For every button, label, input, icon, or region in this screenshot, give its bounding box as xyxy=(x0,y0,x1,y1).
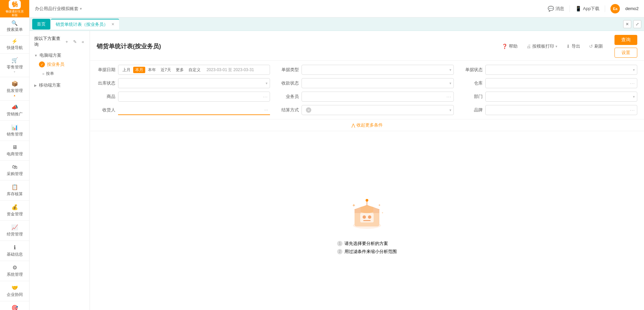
export-button[interactable]: ⬇ 导出 xyxy=(564,42,583,51)
brand-control[interactable]: ··· xyxy=(485,105,637,115)
date-tab-this-month[interactable]: 本月 xyxy=(133,67,145,73)
topbar-divider2 xyxy=(605,5,605,12)
tab-home[interactable]: 首页 xyxy=(32,19,50,30)
pc-group-header[interactable]: ▼ 电脑端方案 xyxy=(30,51,90,60)
user-name[interactable]: demo2 xyxy=(625,6,639,11)
hint2-text: 用过滤条件来缩小分析范围 xyxy=(344,249,397,255)
finance-icon: 💰 xyxy=(11,204,18,210)
collapse-panel-button[interactable]: « xyxy=(79,38,86,45)
refresh-label: 刷新 xyxy=(594,43,603,49)
filter-doc-type: 单据类型 ▾ xyxy=(280,65,453,75)
date-tabs: 上月 本月 本年 近7天 更多 自定义 xyxy=(120,66,203,73)
print-button[interactable]: 🖨 按模板打印 ▾ xyxy=(524,42,560,51)
empty-state: ✦ ✦ ✦ 1 请先选择要分析的方案 2 用过滤条件来缩小分析范围 xyxy=(90,131,644,310)
sidebar-item-basic-info[interactable]: ℹ 基础信息 xyxy=(0,241,29,261)
settlement-control[interactable]: ✕ ▾ xyxy=(302,105,453,115)
svg-text:✦: ✦ xyxy=(352,203,356,208)
sidebar-item-system[interactable]: ⚙ 系统管理 xyxy=(0,261,29,281)
mobile-group-header[interactable]: ▶ 移动端方案 xyxy=(30,81,90,90)
tab-close-all-button[interactable]: ✕ xyxy=(623,20,631,28)
warehouse-dots-icon: ··· xyxy=(630,81,635,86)
staff-control[interactable]: ··· xyxy=(302,92,453,102)
date-tab-this-year[interactable]: 本年 xyxy=(146,66,158,73)
collapse-button[interactable]: ⋀ 收起更多条件 xyxy=(347,121,387,129)
collect-status-label: 收款状态 xyxy=(280,80,299,86)
edit-scheme-button[interactable]: ✎ xyxy=(71,38,78,45)
sidebar-item-ecommerce[interactable]: 🖥 电商管理 xyxy=(0,141,29,161)
app-logo[interactable]: 畅 畅捷通好生意 标版 xyxy=(0,0,29,17)
scheme-by-staff[interactable]: ✓ 按业务员 xyxy=(30,60,90,69)
sidebar-item-search-menu[interactable]: 🔍 搜索菜单 xyxy=(0,17,29,36)
empty-icon: ✦ ✦ ✦ xyxy=(345,194,389,234)
export-label: 导出 xyxy=(572,43,580,49)
tab-close-icon[interactable]: ✕ xyxy=(111,22,114,27)
settlement-clear-button[interactable]: ✕ xyxy=(306,107,311,113)
main-area: 办公用品行业模拟账套 ▾ 💬 消息 📱 App下载 Ea demo2 首页 销货… xyxy=(30,0,644,310)
warehouse-control[interactable]: ··· xyxy=(485,78,637,88)
goods-dots-icon: ··· xyxy=(263,94,268,99)
user-avatar[interactable]: Ea xyxy=(610,4,620,13)
doc-status-control[interactable]: ▾ xyxy=(485,65,637,75)
system-icon: ⚙ xyxy=(12,264,17,271)
expand-arrow-icon: ▼ xyxy=(34,54,38,57)
sidebar-item-inventory[interactable]: 📋 库存核算 xyxy=(0,180,29,201)
goods-label: 商品 xyxy=(97,94,115,100)
tab-expand-button[interactable]: ⤢ xyxy=(633,20,641,28)
date-tab-custom[interactable]: 自定义 xyxy=(186,66,203,73)
scheme-by-order[interactable]: ≡ 按单 xyxy=(30,69,90,78)
subitem-icon: ≡ xyxy=(42,72,44,76)
date-tab-more[interactable]: 更多 xyxy=(174,66,186,73)
sidebar-item-sales[interactable]: 📊 销售管理 xyxy=(0,121,29,141)
sidebar-item-marketing[interactable]: 📣 营销推广 xyxy=(0,101,29,121)
sidebar-item-guide[interactable]: 🎯 新手引导 xyxy=(0,301,29,310)
sidebar: 畅 畅捷通好生意 标版 🔍 搜索菜单 ⚡ 快捷导航 🛒 零售管理 ▾ 📦 批发管… xyxy=(0,0,30,310)
help-button[interactable]: ❓ 帮助 xyxy=(499,42,520,51)
basic-info-icon: ℹ xyxy=(14,244,16,251)
sidebar-item-quick-nav[interactable]: ⚡ 快捷导航 xyxy=(0,36,29,54)
left-panel-header: 按以下方案查询 + ✎ « xyxy=(30,34,90,50)
app-download-label: App下载 xyxy=(583,6,599,12)
sidebar-item-operations[interactable]: 📈 经营管理 xyxy=(0,221,29,241)
collect-status-chevron-icon: ▾ xyxy=(449,81,451,86)
out-status-control[interactable]: ▾ xyxy=(118,78,270,88)
scheme-active-icon: ✓ xyxy=(39,61,45,67)
operations-icon: 📈 xyxy=(11,224,18,230)
dept-chevron-icon: ▾ xyxy=(633,95,635,99)
mobile-group: ▶ 移动端方案 xyxy=(30,80,90,91)
staff-dots-icon: ··· xyxy=(446,94,451,99)
expand-icon: ⤢ xyxy=(636,22,639,27)
phone-icon: 📱 xyxy=(575,6,582,12)
brand-dots-icon: ··· xyxy=(630,107,635,113)
date-tab-last-month[interactable]: 上月 xyxy=(120,66,132,73)
date-control[interactable]: 上月 本月 本年 近7天 更多 自定义 2023-03-01 至 2023-03… xyxy=(118,65,270,75)
sidebar-item-purchase[interactable]: 🛍 采购管理 xyxy=(0,161,29,180)
message-button[interactable]: 💬 消息 xyxy=(548,6,564,12)
topbar: 办公用品行业模拟账套 ▾ 💬 消息 📱 App下载 Ea demo2 xyxy=(30,0,644,17)
refresh-button[interactable]: ↺ 刷新 xyxy=(586,42,606,51)
breadcrumb-dropdown[interactable]: 办公用品行业模拟账套 ▾ xyxy=(35,6,82,12)
date-tab-last-7[interactable]: 近7天 xyxy=(159,66,173,73)
query-button[interactable]: 查询 xyxy=(614,35,637,45)
receiver-dots-icon: ··· xyxy=(264,107,268,112)
left-panel-title: 按以下方案查询 xyxy=(34,36,63,48)
collect-status-control[interactable]: ▾ xyxy=(302,78,453,88)
message-icon: 💬 xyxy=(548,6,554,12)
tab-sales-stat[interactable]: 销货单统计表（按业务员） ✕ xyxy=(51,19,119,30)
settings-button[interactable]: 设置 xyxy=(614,48,637,58)
doc-type-chevron-icon: ▾ xyxy=(449,68,451,72)
print-label: 按模板打印 xyxy=(532,43,554,49)
doc-type-control[interactable]: ▾ xyxy=(302,65,453,75)
add-scheme-button[interactable]: + xyxy=(63,38,70,45)
filter-brand: 品牌 ··· xyxy=(464,105,637,115)
goods-control[interactable]: ··· xyxy=(118,92,270,102)
sidebar-item-enterprise[interactable]: 🤝 企业协同 xyxy=(0,281,29,301)
sidebar-item-wholesale[interactable]: 📦 批发管理 ▴ xyxy=(0,77,29,101)
app-download-button[interactable]: 📱 App下载 xyxy=(575,6,599,12)
sidebar-item-retail[interactable]: 🛒 零售管理 ▾ xyxy=(0,54,29,77)
filter-row-1: 单据日期 上月 本月 本年 近7天 更多 自定义 2023-03-01 至 20… xyxy=(97,65,637,75)
receiver-control[interactable]: ··· xyxy=(118,105,270,115)
dept-control[interactable]: ▾ xyxy=(485,92,637,102)
sidebar-item-label: 快捷导航 xyxy=(7,45,23,51)
sidebar-item-label: 电商管理 xyxy=(7,151,23,157)
sidebar-item-finance[interactable]: 💰 资金管理 xyxy=(0,201,29,221)
